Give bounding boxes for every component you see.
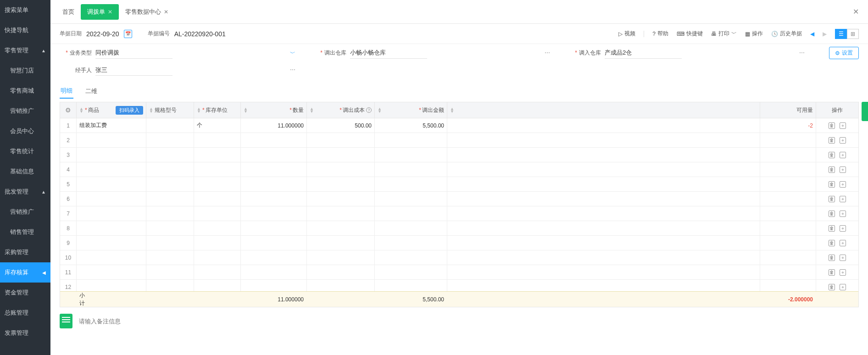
note-icon[interactable] [60, 314, 72, 328]
handler-input[interactable] [95, 65, 172, 76]
sort-icon[interactable]: ▲▼ [244, 107, 248, 113]
delete-icon[interactable]: 🗑 [829, 137, 835, 144]
table-row[interactable]: 5🗑＋ [60, 177, 858, 192]
delete-icon[interactable]: 🗑 [829, 211, 835, 217]
date-value[interactable]: 2022-09-20 [86, 30, 119, 38]
delete-icon[interactable]: 🗑 [829, 269, 835, 276]
cell-spec[interactable] [146, 118, 194, 133]
cell-spec[interactable] [146, 133, 194, 147]
cell-product[interactable]: 组装加工费 [77, 118, 146, 133]
cell-cost[interactable] [307, 177, 375, 191]
table-row[interactable]: 3🗑＋ [60, 148, 858, 162]
sidebar-marketing1[interactable]: 营销推广 [0, 101, 50, 121]
add-icon[interactable]: ＋ [840, 255, 846, 261]
close-icon[interactable]: ✕ [164, 9, 168, 15]
biztype-input[interactable] [95, 48, 172, 59]
sidebar-quicknav[interactable]: 快捷导航 [0, 20, 50, 40]
cell-cost[interactable] [307, 221, 375, 235]
cell-unit[interactable] [194, 236, 241, 250]
add-icon[interactable]: ＋ [840, 225, 846, 232]
cell-qty[interactable] [241, 177, 307, 191]
more-icon[interactable]: ⋯ [545, 50, 550, 56]
cell-cost[interactable] [307, 133, 375, 147]
next-doc[interactable]: ▶ [823, 31, 827, 37]
table-row[interactable]: 12🗑＋ [60, 280, 858, 291]
sort-icon[interactable]: ▲▼ [149, 107, 153, 113]
table-row[interactable]: 4🗑＋ [60, 162, 858, 177]
chevron-down-icon[interactable]: ﹀ [290, 50, 295, 57]
sort-icon[interactable]: ▲▼ [310, 107, 314, 113]
cell-amt[interactable]: 5,500.00 [375, 118, 447, 133]
cell-amt[interactable] [375, 148, 447, 162]
inwh-input[interactable] [605, 48, 682, 59]
more-icon[interactable]: ⋯ [290, 67, 295, 73]
cell-spec[interactable] [146, 148, 194, 162]
prev-doc[interactable]: ◀ [810, 31, 814, 37]
add-icon[interactable]: ＋ [840, 137, 846, 144]
cell-product[interactable] [77, 206, 146, 221]
cell-spec[interactable] [146, 236, 194, 250]
delete-icon[interactable]: 🗑 [829, 181, 835, 188]
sidebar-marketing2[interactable]: 营销推广 [0, 202, 50, 222]
delete-icon[interactable]: 🗑 [829, 284, 835, 290]
cell-spec[interactable] [146, 206, 194, 221]
cell-spec[interactable] [146, 192, 194, 206]
tab-transfer[interactable]: 调拨单✕ [81, 4, 119, 20]
operations-button[interactable]: ▦操作 [745, 30, 763, 38]
cell-qty[interactable]: 11.000000 [241, 118, 307, 133]
table-row[interactable]: 9🗑＋ [60, 236, 858, 250]
remark-input[interactable] [79, 318, 859, 325]
cell-amt[interactable] [375, 162, 447, 177]
table-row[interactable]: 8🗑＋ [60, 221, 858, 236]
cell-amt[interactable] [375, 265, 447, 279]
cell-unit[interactable] [194, 250, 241, 265]
add-icon[interactable]: ＋ [840, 122, 846, 129]
cell-unit[interactable] [194, 280, 241, 291]
cell-cost[interactable] [307, 265, 375, 279]
cell-cost[interactable] [307, 250, 375, 265]
close-all-tabs[interactable]: ✕ [849, 7, 862, 16]
table-row[interactable]: 6🗑＋ [60, 192, 858, 206]
sidebar-smartstore[interactable]: 智慧门店 [0, 61, 50, 81]
add-icon[interactable]: ＋ [840, 196, 846, 202]
cell-qty[interactable] [241, 265, 307, 279]
cell-spec[interactable] [146, 280, 194, 291]
shortcut-link[interactable]: ⌨快捷键 [677, 30, 703, 38]
cell-qty[interactable] [241, 162, 307, 177]
add-icon[interactable]: ＋ [840, 284, 846, 290]
cell-unit[interactable] [194, 162, 241, 177]
cell-amt[interactable] [375, 236, 447, 250]
viewmode-card[interactable]: ⊞ [847, 29, 859, 39]
cell-amt[interactable] [375, 192, 447, 206]
cell-product[interactable] [77, 148, 146, 162]
cell-spec[interactable] [146, 221, 194, 235]
calendar-icon[interactable]: 📅 [124, 30, 132, 38]
cell-unit[interactable]: 个 [194, 118, 241, 133]
cell-product[interactable] [77, 250, 146, 265]
cell-qty[interactable] [241, 133, 307, 147]
cell-product[interactable] [77, 162, 146, 177]
cell-amt[interactable] [375, 280, 447, 291]
right-drawer-handle[interactable] [862, 102, 868, 121]
table-row[interactable]: 10🗑＋ [60, 250, 858, 265]
cell-qty[interactable] [241, 148, 307, 162]
cell-qty[interactable] [241, 250, 307, 265]
cell-unit[interactable] [194, 148, 241, 162]
more-icon[interactable]: ⋯ [799, 50, 805, 56]
sidebar-funds[interactable]: 资金管理 [0, 283, 50, 303]
cell-product[interactable] [77, 265, 146, 279]
sidebar-wholesale[interactable]: 批发管理▲ [0, 182, 50, 202]
info-icon[interactable]: ? [366, 107, 372, 113]
sidebar-salesmgmt[interactable]: 销售管理 [0, 222, 50, 242]
cell-cost[interactable] [307, 192, 375, 206]
cell-cost[interactable] [307, 280, 375, 291]
history-button[interactable]: 🕓历史单据 [771, 30, 802, 38]
cell-spec[interactable] [146, 177, 194, 191]
sort-icon[interactable]: ▲▼ [197, 107, 201, 113]
add-icon[interactable]: ＋ [840, 152, 846, 158]
cell-product[interactable] [77, 280, 146, 291]
video-link[interactable]: ▷视频 [618, 30, 635, 38]
scan-button[interactable]: 扫码录入 [116, 106, 143, 115]
cell-amt[interactable] [375, 206, 447, 221]
cell-amt[interactable] [375, 221, 447, 235]
